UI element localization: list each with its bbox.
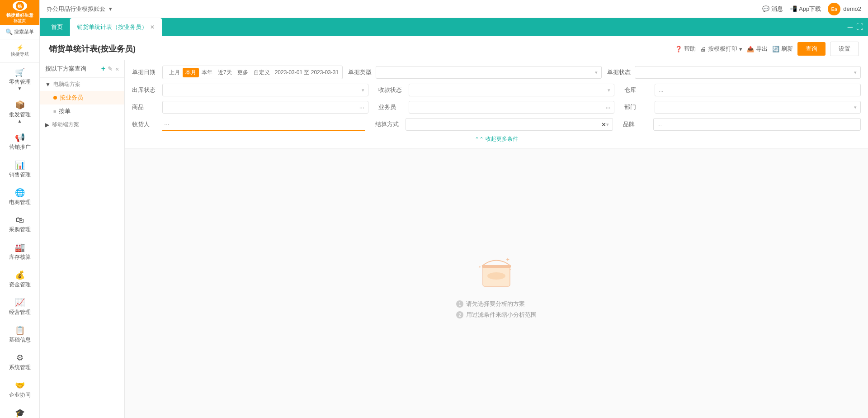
export-label: 导出 bbox=[756, 45, 768, 53]
page-title: 销货单统计表(按业务员) bbox=[49, 43, 136, 54]
tree-section-mobile-arrow: ▶ bbox=[45, 122, 49, 128]
tree-section-mobile-header[interactable]: ▶ 移动端方案 bbox=[40, 118, 124, 131]
print-dropdown-icon[interactable]: ▾ bbox=[739, 46, 742, 52]
collapse-panel-button[interactable]: « bbox=[115, 65, 119, 72]
refresh-button[interactable]: 🔄 刷新 bbox=[772, 45, 793, 53]
dept-label: 部门 bbox=[624, 103, 649, 111]
date-tab-this-year[interactable]: 本年 bbox=[199, 68, 215, 77]
user-info[interactable]: Ea demo2 bbox=[828, 3, 861, 15]
industry-dropdown-icon[interactable]: ▾ bbox=[109, 5, 112, 12]
svg-text:畅: 畅 bbox=[17, 4, 21, 9]
filter-row-3: 商品 ··· 业务员 ··· 部门 ▾ bbox=[132, 101, 861, 114]
app-download-button[interactable]: 📲 App下载 bbox=[790, 5, 821, 13]
sidebar-item-guide[interactable]: 🎓 新手引导 bbox=[0, 404, 39, 418]
tree-leaf-by-order[interactable]: ≡ 按单 bbox=[40, 104, 124, 118]
tree-section-label: 电脑端方案 bbox=[53, 81, 80, 88]
wholesale-label: 批发管理 bbox=[9, 111, 31, 119]
empty-illustration: ✦ ✦ ✦ bbox=[474, 248, 519, 293]
salesperson-label: 业务员 bbox=[378, 103, 403, 111]
sidebar-item-inventory[interactable]: 🏭 库存核算 bbox=[0, 238, 39, 266]
message-button[interactable]: 💬 消息 bbox=[762, 5, 783, 13]
tab-home-label: 首页 bbox=[51, 23, 63, 31]
tab-maximize-icon[interactable]: ⛶ bbox=[856, 23, 863, 31]
goods-select[interactable]: ··· bbox=[162, 101, 368, 114]
sidebar-item-basic[interactable]: 📋 基础信息 bbox=[0, 321, 39, 348]
help-label: 帮助 bbox=[684, 45, 696, 53]
doc-type-select[interactable]: ▾ bbox=[376, 66, 602, 79]
sidebar-item-sales[interactable]: 📊 销售管理 bbox=[0, 156, 39, 183]
tip-1-text: 请先选择要分析的方案 bbox=[466, 300, 525, 308]
brand-select[interactable]: ... bbox=[653, 118, 861, 131]
query-button[interactable]: 查询 bbox=[797, 42, 826, 56]
left-panel-actions: + ✎ « bbox=[101, 65, 119, 73]
settle-method-clear-icon[interactable]: ✕ bbox=[601, 121, 606, 128]
tab-home[interactable]: 首页 bbox=[44, 18, 70, 36]
svg-text:✦: ✦ bbox=[505, 256, 510, 263]
sidebar-item-wholesale[interactable]: 📦 批发管理 ▲ bbox=[0, 95, 39, 128]
sidebar-item-operations[interactable]: 📈 经营管理 bbox=[0, 293, 39, 321]
doc-type-arrow: ▾ bbox=[595, 70, 598, 76]
basic-label: 基础信息 bbox=[9, 336, 31, 344]
collapse-button[interactable]: ⌃⌃ 收起更多条件 bbox=[132, 135, 861, 143]
sidebar-item-marketing[interactable]: 📢 营销推广 bbox=[0, 128, 39, 156]
date-filter-field[interactable]: 上月 本月 本年 近7天 更多 自定义 2023-03-01 至 2023-03… bbox=[162, 66, 343, 79]
out-status-label: 出库状态 bbox=[132, 86, 157, 94]
refresh-label: 刷新 bbox=[781, 45, 793, 53]
tree-section-arrow: ▼ bbox=[45, 81, 51, 88]
sidebar-item-retail[interactable]: 🛒 零售管理 ▼ bbox=[0, 63, 39, 95]
collapse-label: 收起更多条件 bbox=[486, 135, 518, 143]
settle-method-label: 结算方式 bbox=[375, 120, 400, 128]
ecommerce-icon: 🌐 bbox=[15, 188, 25, 198]
sidebar-item-ecommerce[interactable]: 🌐 电商管理 bbox=[0, 183, 39, 211]
tree-leaf-by-salesperson[interactable]: 按业务员 bbox=[40, 91, 124, 104]
settings-button[interactable]: 设置 bbox=[830, 42, 859, 56]
dept-select[interactable]: ▾ bbox=[655, 101, 861, 114]
date-tab-last-month[interactable]: 上月 bbox=[166, 68, 183, 77]
search-nav-item[interactable]: 🔍 搜索菜单 bbox=[0, 25, 39, 39]
active-dot-icon bbox=[53, 96, 57, 100]
print-button[interactable]: 🖨 按模板打印 ▾ bbox=[700, 45, 742, 53]
wholesale-arrow: ▲ bbox=[18, 119, 22, 124]
date-tab-7days[interactable]: 近7天 bbox=[215, 68, 235, 77]
main: 办公用品行业模拟账套 ▾ 💬 消息 📲 App下载 Ea demo2 首页 销货… bbox=[40, 0, 868, 418]
left-panel: 按以下方案查询 + ✎ « ▼ 电脑端方案 按业务员 bbox=[40, 60, 125, 418]
settle-method-select[interactable]: ✕ ▾ bbox=[406, 118, 613, 131]
avatar: Ea bbox=[828, 3, 840, 15]
pay-status-select[interactable]: ▾ bbox=[409, 84, 615, 96]
date-label: 单据日期 bbox=[132, 68, 157, 76]
date-tab-more[interactable]: 更多 bbox=[235, 68, 251, 77]
content: 销货单统计表(按业务员) ❓ 帮助 🖨 按模板打印 ▾ 📤 导出 🔄 刷新 bbox=[40, 36, 868, 418]
out-status-select[interactable]: ▾ bbox=[162, 84, 368, 96]
marketing-icon: 📢 bbox=[15, 133, 25, 142]
ecommerce-label: 电商管理 bbox=[9, 199, 31, 206]
tabbar-right: ─ ⛶ bbox=[848, 23, 863, 31]
retail-arrow: ▼ bbox=[18, 86, 22, 91]
order-icon: ≡ bbox=[53, 109, 56, 114]
edit-scheme-button[interactable]: ✎ bbox=[108, 65, 113, 72]
sidebar-item-finance[interactable]: 💰 资金管理 bbox=[0, 266, 39, 293]
add-scheme-button[interactable]: + bbox=[101, 65, 105, 73]
salesperson-select[interactable]: ··· bbox=[409, 101, 615, 114]
tab-sales-report[interactable]: 销货单统计表（按业务员） ✕ bbox=[70, 18, 162, 36]
purchase-icon: 🛍 bbox=[16, 215, 24, 225]
sidebar-item-purchase[interactable]: 🛍 采购管理 bbox=[0, 211, 39, 238]
doc-status-select[interactable]: ▾ bbox=[635, 66, 861, 79]
enterprise-icon: 🤝 bbox=[15, 380, 25, 390]
tab-minimize-icon[interactable]: ─ bbox=[848, 23, 853, 31]
date-tab-this-month[interactable]: 本月 bbox=[183, 68, 199, 77]
doc-status-arrow: ▾ bbox=[854, 70, 857, 76]
quick-nav-item[interactable]: ⚡ 快捷导航 bbox=[0, 42, 39, 60]
sidebar-item-enterprise[interactable]: 🤝 企业协同 bbox=[0, 376, 39, 404]
tree-section-desktop-header[interactable]: ▼ 电脑端方案 bbox=[40, 78, 124, 91]
warehouse-select[interactable]: ... bbox=[655, 84, 861, 96]
warehouse-label: 仓库 bbox=[624, 86, 649, 94]
tab-close-icon[interactable]: ✕ bbox=[150, 24, 155, 30]
right-panel: 单据日期 上月 本月 本年 近7天 更多 自定义 2023-03-01 至 20… bbox=[125, 60, 868, 418]
help-button[interactable]: ❓ 帮助 bbox=[675, 45, 696, 53]
consignee-input[interactable]: ··· bbox=[162, 118, 365, 131]
sidebar-item-system[interactable]: ⚙ 系统管理 bbox=[0, 348, 39, 376]
enterprise-label: 企业协同 bbox=[9, 391, 31, 399]
finance-icon: 💰 bbox=[15, 270, 25, 280]
date-tab-custom[interactable]: 自定义 bbox=[251, 68, 273, 77]
export-button[interactable]: 📤 导出 bbox=[747, 45, 768, 53]
